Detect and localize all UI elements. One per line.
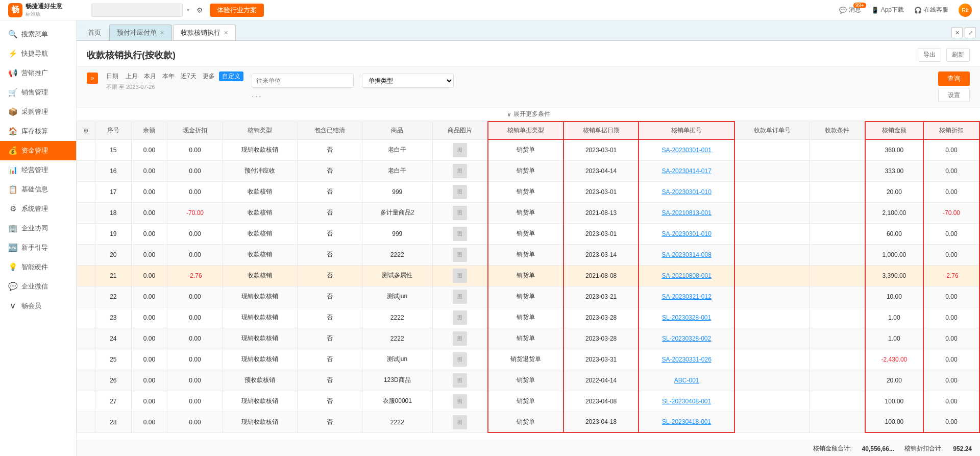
cell-included: 否: [297, 307, 362, 328]
system-icon: ⚙: [8, 204, 17, 213]
cell-settings: [77, 412, 95, 433]
cell-verify-amt: -2,430.00: [865, 349, 923, 370]
table-row: 21 0.00 -2.76 收款核销 否 测试多属性 图 销货单 2021-08…: [77, 265, 980, 286]
bill-no-link[interactable]: SA-20230331-026: [662, 356, 711, 363]
cell-cash-discount: -70.00: [167, 202, 223, 223]
sidebar-item-purchase[interactable]: 📦 采购管理: [0, 102, 76, 122]
bill-no-link[interactable]: SL-20230408-001: [662, 398, 711, 405]
sidebar-label-corp: 企业协同: [21, 224, 48, 233]
cell-verify-type: 收款核销: [223, 265, 297, 286]
cell-settings: [77, 160, 95, 181]
bill-no-link[interactable]: SA-20230301-010: [662, 230, 711, 237]
bill-no-link[interactable]: SA-20230314-008: [662, 251, 711, 258]
search-dropdown-arrow[interactable]: ▾: [187, 7, 189, 13]
sidebar-item-smart[interactable]: 💡 智能硬件: [0, 257, 76, 277]
online-service[interactable]: 🎧 在线客服: [914, 6, 948, 14]
trial-industry-button[interactable]: 体验行业方案: [210, 4, 264, 17]
cell-verify-amt: 1.00: [865, 328, 923, 349]
tab-prepay[interactable]: 预付冲应付单 ✕: [109, 25, 172, 40]
cell-balance: 0.00: [131, 223, 167, 244]
bill-no-link[interactable]: SA-20230321-012: [662, 293, 711, 300]
tab-prepay-label: 预付冲应付单: [117, 28, 157, 37]
settings-gear-icon[interactable]: ⚙: [193, 4, 206, 16]
cell-verify-type: 现销收款核销: [223, 307, 297, 328]
sidebar-item-corp[interactable]: 🏢 企业协同: [0, 219, 76, 238]
tab-home[interactable]: 首页: [81, 25, 108, 40]
date-btn-thisyear[interactable]: 本年: [160, 71, 177, 81]
cell-settings: [77, 328, 95, 349]
sidebar-item-marketing[interactable]: 📢 营销推广: [0, 63, 76, 83]
expand-more-button[interactable]: ∨ 展开更多条件: [507, 110, 550, 118]
tab-prepay-close[interactable]: ✕: [160, 30, 164, 36]
sidebar-item-search[interactable]: 🔍 搜索菜单: [0, 25, 76, 44]
bill-no-link[interactable]: ABC-001: [674, 377, 699, 384]
bill-no-link[interactable]: SA-20210813-001: [662, 209, 711, 217]
cell-bill-type: 销货单: [488, 412, 564, 433]
sidebar-item-member[interactable]: V 畅会员: [0, 296, 76, 316]
cell-receipt-order: [734, 349, 810, 370]
th-settings[interactable]: ⚙: [77, 122, 95, 139]
refresh-button[interactable]: 刷新: [946, 48, 970, 62]
cell-product: 测试多属性: [362, 265, 432, 286]
tab-receipt[interactable]: 收款核销执行 ✕: [173, 25, 236, 40]
bill-no-link[interactable]: SL-20230418-001: [662, 418, 711, 425]
cell-settings: [77, 391, 95, 412]
footer-total-discount: 952.24: [953, 445, 972, 452]
sidebar-item-base[interactable]: 📋 基础信息: [0, 180, 76, 199]
filter-expand-icon-button[interactable]: »: [87, 73, 98, 84]
sidebar-item-finance[interactable]: 💰 资金管理: [0, 141, 76, 160]
tab-expand-button[interactable]: ⤢: [965, 27, 976, 38]
bill-no-link[interactable]: SL-20230328-002: [662, 335, 711, 342]
date-btn-more[interactable]: 更多: [201, 71, 217, 81]
cell-num: 27: [95, 391, 132, 412]
cell-bill-date: 2023-03-01: [564, 223, 639, 244]
sidebar-item-sales[interactable]: 🛒 销售管理: [0, 83, 76, 102]
bill-no-link[interactable]: SA-20230301-001: [662, 147, 711, 154]
cell-bill-no: ABC-001: [639, 370, 734, 391]
top-search-input[interactable]: [91, 4, 183, 17]
date-btn-lastmonth[interactable]: 上月: [124, 71, 140, 81]
cell-cash-discount: 0.00: [167, 328, 223, 349]
partner-input[interactable]: [252, 74, 354, 88]
cell-bill-no: SL-20230408-001: [639, 391, 734, 412]
bill-no-link[interactable]: SA-20230414-017: [662, 167, 711, 175]
cell-receipt-cond: [810, 370, 865, 391]
export-button[interactable]: 导出: [918, 48, 941, 62]
cell-verify-discount: 0.00: [923, 349, 979, 370]
cell-bill-type: 销货单: [488, 370, 564, 391]
cell-verify-amt: 333.00: [865, 160, 923, 181]
bill-no-link[interactable]: SL-20230328-001: [662, 314, 711, 321]
bill-no-link[interactable]: SA-20210808-001: [662, 272, 711, 279]
top-right-area: 💬 消息 99+ 📱 App下载 🎧 在线客服 Rit: [839, 4, 972, 17]
query-button[interactable]: 查询: [938, 71, 970, 86]
cell-included: 否: [297, 286, 362, 307]
cell-receipt-order: [734, 181, 810, 202]
table-body: 15 0.00 0.00 现销收款核销 否 老白干 图 销货单 2023-03-…: [77, 139, 980, 433]
message-area[interactable]: 💬 消息 99+: [839, 6, 861, 14]
cell-verify-amt: 1,000.00: [865, 244, 923, 265]
tab-close-button[interactable]: ✕: [951, 27, 963, 38]
date-btn-custom[interactable]: 自定义: [219, 71, 243, 81]
date-btn-thismonth[interactable]: 本月: [142, 71, 158, 81]
sidebar-item-wechat[interactable]: 💬 企业微信: [0, 277, 76, 296]
cell-product: 多计量商品2: [362, 202, 432, 223]
date-btn-7days[interactable]: 近7天: [179, 71, 199, 81]
expand-more-bar: ∨ 展开更多条件: [77, 108, 980, 121]
tab-receipt-close[interactable]: ✕: [224, 30, 228, 36]
cell-bill-type: 销货单: [488, 139, 564, 160]
setting-button[interactable]: 设置: [938, 88, 970, 102]
cell-verify-discount: 0.00: [923, 160, 979, 181]
app-download[interactable]: 📱 App下载: [871, 6, 904, 14]
tab-receipt-label: 收款核销执行: [181, 28, 220, 37]
cell-cash-discount: 0.00: [167, 286, 223, 307]
bill-type-select[interactable]: 单据类型: [362, 74, 454, 88]
user-avatar[interactable]: Rit: [959, 4, 972, 17]
sidebar-item-system[interactable]: ⚙ 系统管理: [0, 199, 76, 219]
sidebar-item-biz[interactable]: 📊 经营管理: [0, 160, 76, 180]
sidebar-item-inventory[interactable]: 🏠 库存核算: [0, 122, 76, 141]
sidebar-item-guide[interactable]: 🆕 新手引导: [0, 238, 76, 257]
cell-num: 28: [95, 412, 132, 433]
sidebar-item-quick[interactable]: ⚡ 快捷导航: [0, 44, 76, 63]
service-label: 在线客服: [924, 6, 948, 14]
bill-no-link[interactable]: SA-20230301-010: [662, 188, 711, 196]
